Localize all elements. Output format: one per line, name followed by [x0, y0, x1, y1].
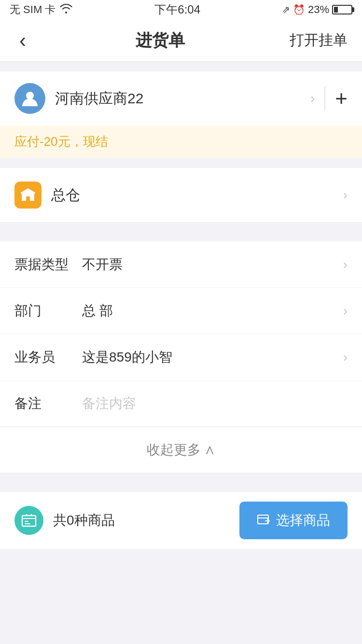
open-pending-button[interactable]: 打开挂单: [290, 30, 348, 50]
svg-rect-2: [22, 516, 36, 526]
remark-label: 备注: [14, 394, 77, 413]
location-icon: ⇗: [282, 4, 290, 15]
alarm-icon: ⏰: [293, 4, 305, 15]
department-row[interactable]: 部门 总 部 ›: [0, 288, 362, 334]
salesperson-row[interactable]: 业务员 这是859的小智 ›: [0, 334, 362, 380]
invoice-type-label: 票据类型: [14, 255, 77, 274]
status-right: ⇗ ⏰ 23%: [282, 3, 352, 16]
salesperson-label: 业务员: [14, 348, 77, 366]
section-gap-2: [0, 158, 362, 168]
invoice-type-chevron: ›: [343, 257, 348, 272]
carrier-label: 无 SIM 卡: [10, 2, 56, 17]
section-gap-4: [0, 473, 362, 482]
status-left: 无 SIM 卡: [10, 2, 73, 17]
bottom-fill: [0, 549, 362, 644]
department-value: 总 部: [77, 302, 343, 320]
warehouse-icon: [14, 182, 42, 209]
bottom-bar: 共0种商品 选择商品: [0, 492, 362, 549]
svg-rect-3: [258, 515, 268, 524]
section-gap-3: [0, 222, 362, 232]
collapse-label: 收起更多 ∧: [147, 441, 216, 459]
section-gap-1: [0, 62, 362, 71]
department-label: 部门: [14, 302, 77, 320]
notice-text: 应付-20元，现结: [14, 134, 108, 149]
remark-row[interactable]: 备注 备注内容: [0, 380, 362, 427]
warehouse-chevron: ›: [343, 187, 348, 203]
supplier-row[interactable]: 河南供应商22 › +: [0, 71, 362, 126]
status-bar: 无 SIM 卡 下午6:04 ⇗ ⏰ 23%: [0, 0, 362, 19]
supplier-chevron: ›: [310, 91, 315, 106]
svg-point-0: [26, 92, 34, 99]
invoice-type-value: 不开票: [77, 255, 343, 274]
svg-rect-1: [26, 196, 30, 201]
warehouse-card: 总仓 ›: [0, 168, 362, 222]
select-product-label: 选择商品: [276, 511, 330, 530]
battery-icon: [332, 5, 352, 14]
warehouse-name: 总仓: [51, 185, 343, 205]
supplier-card: 河南供应商22 › + 应付-20元，现结: [0, 71, 362, 158]
status-time: 下午6:04: [154, 2, 200, 17]
wifi-icon: [59, 3, 73, 16]
supplier-avatar: [14, 83, 45, 114]
department-chevron: ›: [343, 303, 348, 319]
collapse-row[interactable]: 收起更多 ∧: [0, 427, 362, 473]
salesperson-value: 这是859的小智: [77, 348, 343, 366]
supplier-add-button[interactable]: +: [335, 86, 348, 111]
back-button[interactable]: ‹: [14, 24, 31, 57]
product-count: 共0种商品: [53, 511, 230, 530]
product-icon: [14, 506, 43, 535]
page-title: 进货单: [136, 29, 185, 52]
salesperson-chevron: ›: [343, 350, 348, 365]
battery-percentage: 23%: [308, 3, 329, 16]
supplier-name: 河南供应商22: [55, 89, 310, 109]
supplier-divider: [324, 86, 325, 111]
warehouse-row[interactable]: 总仓 ›: [0, 168, 362, 222]
select-product-button[interactable]: 选择商品: [239, 502, 348, 539]
invoice-type-row[interactable]: 票据类型 不开票 ›: [0, 241, 362, 288]
notice-bar: 应付-20元，现结: [0, 126, 362, 158]
remark-value[interactable]: 备注内容: [77, 394, 348, 413]
form-section: 票据类型 不开票 › 部门 总 部 › 业务员 这是859的小智 › 备注 备注…: [0, 241, 362, 473]
nav-bar: ‹ 进货单 打开挂单: [0, 19, 362, 62]
